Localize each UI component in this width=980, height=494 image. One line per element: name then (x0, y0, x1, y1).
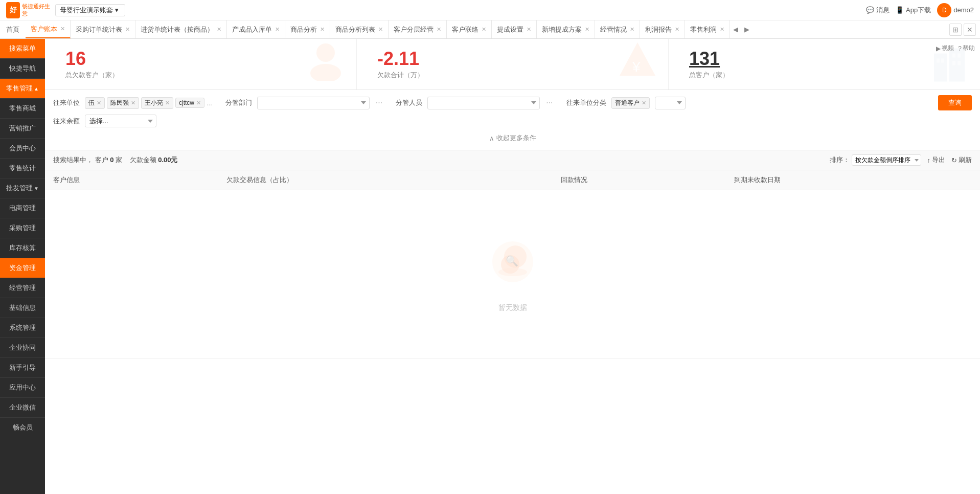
dept-filter-select[interactable] (257, 97, 370, 109)
restore-icon[interactable]: ⊞ (949, 24, 962, 36)
close-icon[interactable]: ✕ (675, 27, 679, 32)
person-filter-more[interactable]: ··· (546, 98, 553, 107)
tab-new-commission-plan[interactable]: 新增提成方案 ✕ (537, 20, 595, 38)
tag-close-wang[interactable]: ✕ (165, 100, 170, 106)
member2-label: 畅会员 (13, 423, 33, 431)
unit-tags: 伍 ✕ 陈民强 ✕ 王小亮 ✕ cjttcw ✕ ... (85, 97, 212, 109)
unit-filter-label: 往来单位 (53, 98, 80, 107)
tab-product-analysis[interactable]: 商品分析 ✕ (285, 20, 330, 38)
stat-debt-value: -2.11 (377, 49, 648, 69)
tag-close-cjttcw[interactable]: ✕ (196, 100, 201, 106)
user-area[interactable]: D demo2 (937, 3, 974, 17)
sidebar-item-operations[interactable]: 经营管理 (0, 278, 45, 298)
close-icon[interactable]: ✕ (527, 27, 531, 32)
tab-profit-report[interactable]: 利润报告 ✕ (640, 20, 685, 38)
stat-customer-count-value: 16 (65, 49, 336, 69)
tab-home[interactable]: 首页 (0, 20, 26, 38)
filter-tag-wang: 王小亮 ✕ (141, 97, 173, 109)
refresh-btn[interactable]: ↻ 刷新 (951, 155, 972, 165)
dept-filter-more[interactable]: ··· (376, 98, 382, 107)
sidebar-item-app-center[interactable]: 应用中心 (0, 377, 45, 397)
result-summary: 搜索结果中， 客户 0 家 欠款金额 0.00元 (53, 155, 830, 165)
close-icon[interactable]: ✕ (585, 27, 589, 32)
sidebar-item-retail-stats[interactable]: 零售统计 (0, 158, 45, 178)
sidebar-item-cooperation[interactable]: 企业协同 (0, 338, 45, 357)
export-label: 导出 (932, 155, 945, 165)
tab-purchase-stats-by-product[interactable]: 进货单统计表（按商品） ✕ (135, 20, 227, 38)
tab-commission-setting[interactable]: 提成设置 ✕ (492, 20, 537, 38)
help-btn[interactable]: ? 帮助 (958, 44, 975, 53)
export-btn[interactable]: ↑ 导出 (927, 155, 946, 165)
sidebar-item-retail-mall[interactable]: 零售商城 (0, 98, 45, 118)
close-all-icon[interactable]: ✕ (964, 24, 976, 36)
close-icon[interactable]: ✕ (320, 27, 325, 32)
sidebar-item-marketing[interactable]: 营销推广 (0, 118, 45, 138)
empty-row: 🔍 暂无数据 (45, 190, 980, 359)
sidebar-item-guide[interactable]: 新手引导 (0, 357, 45, 377)
close-icon[interactable]: ✕ (275, 27, 280, 32)
sidebar-item-finance[interactable]: 资金管理 (0, 258, 45, 278)
sidebar-item-quick-nav[interactable]: 快捷导航 (0, 58, 45, 78)
filter-tag-normal-customer: 普通客户 ✕ (611, 97, 650, 109)
credit-filter-label: 往来余额 (53, 117, 80, 126)
table-header: 客户信息 欠款交易信息（占比） 回款情况 到期未收款日期 (45, 170, 980, 190)
sidebar: 搜索菜单 快捷导航 零售管理 ▲ 零售商城 营销推广 会员中心 零售统计 批发管… (0, 39, 45, 494)
tab-scroll-right[interactable]: ▶ (741, 20, 753, 38)
account-selector[interactable]: 母婴行业演示账套 ▾ (55, 4, 125, 16)
close-icon[interactable]: ✕ (437, 27, 441, 32)
tab-product-analysis-list[interactable]: 商品分析列表 ✕ (330, 20, 389, 38)
close-icon[interactable]: ✕ (378, 27, 383, 32)
sidebar-item-member[interactable]: 会员中心 (0, 138, 45, 158)
svg-point-1 (310, 64, 341, 81)
tab-retail-profit[interactable]: 零售利润 ✕ (685, 20, 730, 38)
collapse-filter-btn[interactable]: ∧ 收起更多条件 (53, 131, 972, 145)
sidebar-item-member2[interactable]: 畅会员 (0, 417, 45, 437)
sidebar-item-wechat[interactable]: 企业微信 (0, 397, 45, 417)
collapse-icon: ∧ (489, 134, 494, 142)
tab-customer-contact[interactable]: 客户联络 ✕ (447, 20, 492, 38)
sidebar-item-retail[interactable]: 零售管理 ▲ (0, 78, 45, 98)
message-btn[interactable]: 💬 消息 (866, 6, 890, 15)
close-icon[interactable]: ✕ (630, 27, 634, 32)
debt-deco-icon: ¥ (617, 40, 658, 81)
main-layout: 搜索菜单 快捷导航 零售管理 ▲ 零售商城 营销推广 会员中心 零售统计 批发管… (0, 39, 980, 494)
close-icon[interactable]: ✕ (60, 26, 65, 32)
tab-scroll-left[interactable]: ◀ (730, 20, 741, 38)
tag-close-chen[interactable]: ✕ (131, 100, 135, 106)
refresh-label: 刷新 (959, 155, 972, 165)
sidebar-item-ecommerce[interactable]: 电商管理 (0, 198, 45, 218)
sort-select[interactable]: 按欠款金额倒序排序 (852, 154, 921, 166)
sidebar-item-inventory[interactable]: 库存核算 (0, 238, 45, 258)
username: demo2 (953, 6, 974, 14)
tab-purchase-order-stats[interactable]: 采购订单统计表 ✕ (71, 20, 135, 38)
query-button[interactable]: 查询 (938, 95, 972, 110)
sidebar-item-wholesale[interactable]: 批发管理 ▼ (0, 178, 45, 198)
person-filter-select[interactable] (427, 97, 540, 109)
top-right: 💬 消息 📱 App下载 D demo2 (866, 3, 974, 17)
result-bar: 搜索结果中， 客户 0 家 欠款金额 0.00元 排序： 按欠款金额倒序排序 ↑… (45, 150, 980, 170)
sidebar-item-basic-info[interactable]: 基础信息 (0, 298, 45, 318)
credit-filter-select[interactable]: 选择... (85, 115, 156, 127)
more-tags-btn[interactable]: ... (207, 99, 212, 107)
video-help-btn[interactable]: ▶ 视频 (936, 44, 954, 53)
sidebar-item-system[interactable]: 系统管理 (0, 318, 45, 338)
tag-close-normal[interactable]: ✕ (642, 100, 646, 106)
sidebar-item-purchase[interactable]: 采购管理 (0, 218, 45, 238)
app-download-btn[interactable]: 📱 App下载 (896, 6, 931, 15)
tab-operations[interactable]: 经营情况 ✕ (595, 20, 640, 38)
avatar: D (937, 3, 951, 17)
tab-customer-ledger[interactable]: 客户账本 ✕ (26, 20, 71, 38)
svg-rect-6 (937, 58, 940, 62)
tab-production-entry[interactable]: 产成品入库单 ✕ (227, 20, 285, 38)
tab-customer-tier[interactable]: 客户分层经营 ✕ (389, 20, 447, 38)
tag-close-wu[interactable]: ✕ (97, 100, 101, 106)
close-icon[interactable]: ✕ (125, 27, 130, 32)
close-icon[interactable]: ✕ (720, 27, 724, 32)
retail-mall-label: 零售商城 (9, 104, 36, 112)
logo-area: 好 畅捷通好生意 (6, 2, 51, 18)
close-icon[interactable]: ✕ (482, 27, 486, 32)
category-filter-select[interactable] (655, 97, 686, 109)
sidebar-item-search[interactable]: 搜索菜单 (0, 39, 45, 58)
close-icon[interactable]: ✕ (217, 27, 221, 32)
basic-info-label: 基础信息 (9, 304, 36, 311)
